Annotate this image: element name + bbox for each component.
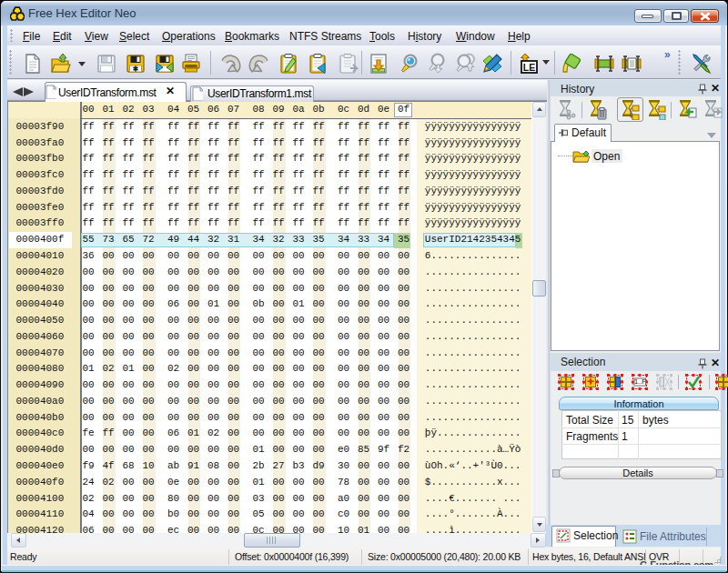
svg-text:LE: LE: [523, 62, 535, 73]
svg-text:1..F: 1..F: [634, 377, 646, 386]
